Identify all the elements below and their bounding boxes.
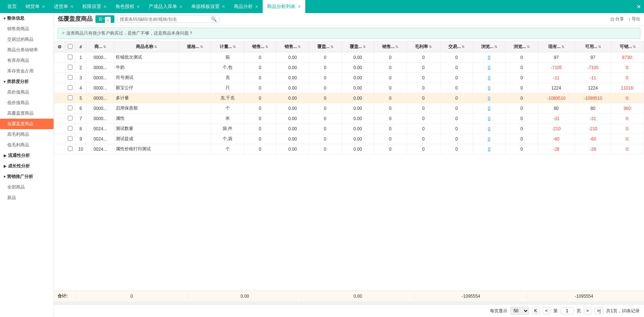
cell-view1[interactable]: 0: [473, 93, 505, 103]
select-all-checkbox[interactable]: [68, 44, 72, 49]
col-header-spec[interactable]: 规格...⇅: [179, 41, 211, 52]
cell-view1[interactable]: 0: [473, 73, 505, 83]
row-checkbox[interactable]: [68, 75, 72, 80]
sidebar-item-stock-capital[interactable]: 库存资金占用: [0, 66, 54, 76]
export-button[interactable]: ↑ 导出: [628, 16, 640, 22]
row-checkbox[interactable]: [68, 116, 72, 120]
sidebar-item-in-stock[interactable]: 有库存商品: [0, 55, 54, 66]
col-header-view2[interactable]: 浏览...⇅: [505, 41, 538, 52]
sidebar-item-sales-goods[interactable]: 销售类商品: [0, 24, 54, 34]
sidebar-item-high-profit[interactable]: 高毛利商品: [0, 129, 54, 140]
cell-view1[interactable]: 0: [473, 114, 505, 124]
col-header-trade[interactable]: 交易...⇅: [440, 41, 473, 52]
cell-check[interactable]: [65, 124, 75, 134]
nav-tab-product-inbound[interactable]: 产成品入库单 ✕: [144, 0, 187, 13]
col-header-view1[interactable]: 浏览...⇅: [473, 41, 505, 52]
col-header-cover2[interactable]: 覆盖...⇅: [341, 41, 374, 52]
row-checkbox[interactable]: [68, 55, 72, 59]
sidebar-item-all-goods[interactable]: 全部商品: [0, 182, 54, 193]
cell-check[interactable]: [65, 63, 75, 73]
page-number-input[interactable]: [561, 307, 574, 314]
cell-cover2: 0.00: [341, 83, 374, 93]
sidebar-item-category-rate[interactable]: 商品分类动销率: [0, 45, 54, 55]
cell-view1[interactable]: 0: [473, 144, 505, 154]
cell-view1[interactable]: 0: [473, 134, 505, 144]
table-row: 4 0000... 眼宝公仔 只 0 0.00 0 0.00 0 0 0 0 0…: [54, 83, 644, 93]
cell-check[interactable]: [65, 93, 75, 103]
sidebar-item-new-goods[interactable]: 新品: [0, 193, 54, 203]
cell-view1[interactable]: 0: [473, 124, 505, 134]
col-header-unit[interactable]: 计量...⇅: [211, 41, 244, 52]
close-icon[interactable]: ✕: [179, 4, 182, 9]
col-header-code[interactable]: 商...⇅: [86, 41, 114, 52]
search-box[interactable]: 🔍: [117, 15, 219, 23]
col-header-stock-sale[interactable]: 可销...⇅: [611, 41, 644, 52]
sidebar-item-low-coverage[interactable]: 低覆盖度商品: [0, 119, 54, 129]
close-icon[interactable]: ✕: [222, 4, 225, 9]
close-icon[interactable]: ✕: [255, 4, 258, 9]
sidebar-section-overall[interactable]: ▾ 整体信息: [0, 13, 54, 24]
horizontal-scrollbar[interactable]: [54, 301, 644, 304]
cell-check[interactable]: [65, 52, 75, 63]
sidebar-item-low-value[interactable]: 低价值商品: [0, 98, 54, 108]
cell-check[interactable]: [65, 114, 75, 124]
search-input[interactable]: [120, 17, 211, 22]
nav-tab-template[interactable]: 单据模板设置 ✕: [187, 0, 229, 13]
row-checkbox[interactable]: [68, 95, 72, 100]
nav-tab-sales[interactable]: 销货单 ✕: [21, 0, 50, 13]
sidebar-item-low-profit[interactable]: 低毛利商品: [0, 140, 54, 150]
sidebar-item-high-value[interactable]: 高价值商品: [0, 87, 54, 98]
nav-tab-product-analysis-list[interactable]: 商品分析列表 ✕: [263, 0, 305, 13]
nav-tab-roles[interactable]: 角色授权 ✕: [111, 0, 144, 13]
col-header-check[interactable]: [65, 41, 75, 52]
cell-check[interactable]: [65, 83, 75, 93]
row-checkbox[interactable]: [68, 106, 72, 110]
per-page-select[interactable]: 50 20 100 200: [510, 307, 529, 315]
close-icon[interactable]: ✕: [42, 4, 45, 9]
row-checkbox[interactable]: [68, 126, 72, 131]
cell-view1[interactable]: 0: [473, 63, 505, 73]
col-header-cover1[interactable]: 覆盖...⇅: [309, 41, 341, 52]
row-checkbox[interactable]: [68, 146, 72, 151]
sidebar-section-group-analysis[interactable]: ▾ 类群度分析: [0, 76, 54, 87]
cell-view1[interactable]: 0: [473, 52, 505, 63]
col-header-sale-amt[interactable]: 销售...⇅: [276, 41, 309, 52]
close-icon[interactable]: ✕: [137, 4, 140, 9]
col-header-name[interactable]: 商品名称⇅: [114, 41, 179, 52]
close-icon[interactable]: ✕: [298, 4, 301, 9]
close-icon[interactable]: ✕: [70, 4, 74, 9]
nav-tab-permissions[interactable]: 权限设置 ✕: [78, 0, 111, 13]
sidebar-section-marketing[interactable]: ▾ 营销推广分析: [0, 171, 54, 182]
col-header-sale3[interactable]: 销售...⇅: [374, 41, 407, 52]
close-icon[interactable]: ✕: [103, 4, 107, 9]
row-checkbox[interactable]: [68, 85, 72, 90]
nav-tab-purchase[interactable]: 进货单 ✕: [50, 0, 78, 13]
sidebar-collapse-button[interactable]: «: [105, 17, 111, 23]
share-button[interactable]: ⊡ 分享: [610, 16, 624, 22]
col-header-sale-qty[interactable]: 销售...⇅: [244, 41, 276, 52]
cell-view1[interactable]: 0: [473, 103, 505, 114]
sidebar-item-traded-goods[interactable]: 交易过的商品: [0, 34, 54, 45]
col-header-gross-rate[interactable]: 毛利率⇅: [407, 41, 440, 52]
col-header-gear[interactable]: ⚙: [54, 41, 65, 52]
cell-check[interactable]: [65, 73, 75, 83]
col-header-stock-cur[interactable]: 现有...⇅: [538, 41, 575, 52]
cell-check[interactable]: [65, 103, 75, 114]
row-checkbox[interactable]: [68, 65, 72, 70]
table-row: 3 0000... 符号测试 克 0 0.00 0 0.00 0 0 0 0 0…: [54, 73, 644, 83]
nav-tab-product-analysis[interactable]: 商品分析 ✕: [229, 0, 263, 13]
sidebar-item-high-coverage[interactable]: 高覆盖度商品: [0, 108, 54, 119]
cell-view1[interactable]: 0: [473, 83, 505, 93]
col-header-stock-avail[interactable]: 可用...⇅: [574, 41, 611, 52]
last-page-button[interactable]: >|: [594, 307, 603, 314]
prev-page-button[interactable]: <: [543, 307, 550, 314]
cell-check[interactable]: [65, 144, 75, 154]
sidebar-section-growth[interactable]: ▶ 成长性分析: [0, 161, 54, 171]
window-close-button[interactable]: ✕: [636, 3, 641, 10]
nav-tab-home[interactable]: 首页: [3, 0, 21, 13]
row-checkbox[interactable]: [68, 136, 72, 141]
next-page-button[interactable]: >: [584, 307, 592, 314]
first-page-button[interactable]: K: [532, 307, 540, 314]
cell-check[interactable]: [65, 134, 75, 144]
sidebar-section-liquidity[interactable]: ▶ 流通性分析: [0, 150, 54, 161]
